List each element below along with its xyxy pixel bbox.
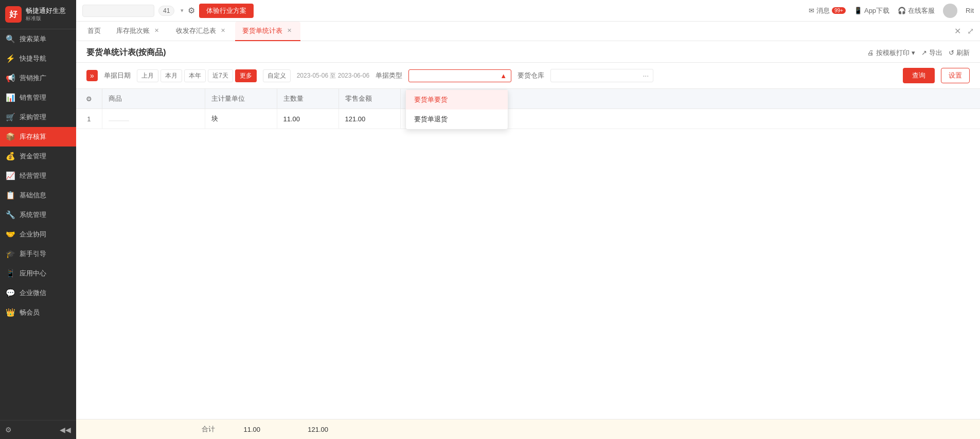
sidebar-item-label: 营销推广 xyxy=(20,74,46,83)
avatar[interactable] xyxy=(943,4,957,18)
prev-month-button[interactable]: 上月 xyxy=(137,69,158,82)
topbar-left: 41 ▾ ⚙ 体验行业方案 xyxy=(82,4,254,18)
sidebar-item-label: 企业微信 xyxy=(20,288,46,298)
sidebar-item-system[interactable]: 🔧 系统管理 xyxy=(0,205,76,225)
export-action[interactable]: ↗ 导出 xyxy=(921,48,942,58)
sidebar-item-wechat[interactable]: 💬 企业微信 xyxy=(0,283,76,303)
sidebar-item-management[interactable]: 📈 经营管理 xyxy=(0,166,76,186)
sidebar-item-guide[interactable]: 🎓 新手引导 xyxy=(0,244,76,264)
guide-icon: 🎓 xyxy=(5,249,15,259)
tab-maximize-icon[interactable]: ⤢ xyxy=(965,25,976,37)
table-footer: 合计 11.00 121.00 xyxy=(76,419,980,439)
current-month-button[interactable]: 本月 xyxy=(161,69,182,82)
product-placeholder xyxy=(109,120,129,121)
filter-area: » 单据日期 上月 本月 本年 近7天 更多 自定义 2023-05-06 至 … xyxy=(76,63,980,89)
sidebar-bottom: ⚙ ◀◀ xyxy=(0,420,76,439)
filter-settings-button[interactable]: 设置 xyxy=(941,68,970,83)
collab-icon: 🤝 xyxy=(5,230,15,239)
query-button[interactable]: 查询 xyxy=(903,68,935,83)
inventory-icon: 📦 xyxy=(5,132,15,141)
app-name: 畅捷通好生意 xyxy=(26,7,66,15)
tabs-bar: 首页 库存批次账 ✕ 收发存汇总表 ✕ 要货单统计表 ✕ ✕ ⤢ xyxy=(76,22,980,41)
sidebar-item-appcenter[interactable]: 📱 应用中心 xyxy=(0,264,76,283)
sidebar-item-label: 新手引导 xyxy=(20,249,46,259)
type-select-input[interactable] xyxy=(413,72,498,80)
type-select-chevron-up-icon: ▲ xyxy=(500,72,507,80)
message-icon: ✉ xyxy=(809,7,814,14)
refresh-label: 刷新 xyxy=(956,48,970,58)
dropdown-option-return[interactable]: 要货单退货 xyxy=(406,109,508,129)
tab-order-stats-close[interactable]: ✕ xyxy=(286,27,293,34)
tab-home[interactable]: 首页 xyxy=(80,22,108,41)
cell-amount: 121.00 xyxy=(338,109,400,129)
sidebar-item-label: 企业协同 xyxy=(20,230,46,239)
cell-row-num: 1 xyxy=(76,109,102,129)
refresh-action[interactable]: ↺ 刷新 xyxy=(949,48,970,58)
sidebar-item-marketing[interactable]: 📢 营销推广 xyxy=(0,68,76,88)
type-select[interactable]: ▲ xyxy=(408,69,511,82)
sidebar-item-member[interactable]: 👑 畅会员 xyxy=(0,303,76,322)
messages-count-badge: 99+ xyxy=(832,7,846,14)
export-label: 导出 xyxy=(929,48,942,58)
sidebar-item-label: 搜索菜单 xyxy=(20,34,46,44)
date-buttons: 上月 本月 本年 近7天 更多 xyxy=(137,69,257,82)
footer-total-label: 合计 xyxy=(82,425,215,434)
main-area: 41 ▾ ⚙ 体验行业方案 ✉ 消息 99+ 📱 App下载 🎧 在线客服 Ri… xyxy=(76,0,980,439)
more-button[interactable]: 更多 xyxy=(235,69,257,82)
warehouse-select-dots-icon: ··· xyxy=(643,71,649,80)
warehouse-select[interactable]: ··· xyxy=(550,69,653,82)
tab-stock-summary-close[interactable]: ✕ xyxy=(219,27,227,34)
tab-inventory-batch[interactable]: 库存批次账 ✕ xyxy=(109,22,168,41)
print-dropdown-arrow[interactable]: ▾ xyxy=(912,49,915,57)
sidebar-item-search[interactable]: 🔍 搜索菜单 xyxy=(0,29,76,49)
tab-home-label: 首页 xyxy=(87,26,101,35)
settings-bottom-icon[interactable]: ⚙ xyxy=(5,426,12,434)
number-dropdown-arrow[interactable]: ▾ xyxy=(181,7,184,14)
headset-icon: 🎧 xyxy=(898,7,906,14)
warehouse-filter-label: 要货仓库 xyxy=(518,71,544,80)
sidebar-item-label: 基础信息 xyxy=(20,191,46,200)
7days-button[interactable]: 近7天 xyxy=(208,69,233,82)
logo-icon: 好 xyxy=(5,6,22,23)
tab-close-all-icon[interactable]: ✕ xyxy=(952,25,963,37)
col-unit: 主计量单位 xyxy=(205,89,277,109)
topbar-search-input[interactable] xyxy=(88,7,129,14)
topbar-search-box[interactable] xyxy=(82,5,154,17)
purchase-icon: 🛒 xyxy=(5,113,15,122)
sidebar-item-basic[interactable]: 📋 基础信息 xyxy=(0,186,76,205)
system-icon: 🔧 xyxy=(5,210,15,220)
sidebar-item-purchase[interactable]: 🛒 采购管理 xyxy=(0,107,76,127)
sidebar-item-quicknav[interactable]: ⚡ 快捷导航 xyxy=(0,49,76,68)
dropdown-option-order[interactable]: 要货单要货 xyxy=(406,90,508,109)
cell-product xyxy=(102,109,205,129)
sidebar-item-sales[interactable]: 📊 销售管理 xyxy=(0,88,76,107)
print-icon: 🖨 xyxy=(867,49,874,57)
online-service-item[interactable]: 🎧 在线客服 xyxy=(898,6,935,15)
sidebar-item-label: 资金管理 xyxy=(20,152,46,161)
col-settings-gear-icon[interactable]: ⚙ xyxy=(86,95,92,103)
topbar-gear-icon[interactable]: ⚙ xyxy=(188,6,195,15)
sidebar-item-finance[interactable]: 💰 资金管理 xyxy=(0,147,76,166)
expand-filter-button[interactable]: » xyxy=(86,70,98,81)
app-download-label: App下载 xyxy=(864,6,889,15)
col-settings: ⚙ xyxy=(76,89,102,109)
tab-stock-summary[interactable]: 收发存汇总表 ✕ xyxy=(169,22,234,41)
trial-button[interactable]: 体验行业方案 xyxy=(199,4,254,18)
custom-date-button[interactable]: 自定义 xyxy=(263,69,291,82)
tab-inventory-batch-close[interactable]: ✕ xyxy=(153,27,161,34)
search-nav-icon: 🔍 xyxy=(5,34,15,44)
sidebar-item-collab[interactable]: 🤝 企业协同 xyxy=(0,225,76,244)
sidebar-item-label: 系统管理 xyxy=(20,210,46,220)
collapse-sidebar-icon[interactable]: ◀◀ xyxy=(60,426,71,434)
data-table: ⚙ 商品 主计量单位 主数量 零售金额 1 块 11.00 xyxy=(76,89,980,129)
print-action[interactable]: 🖨 按模板打印 ▾ xyxy=(867,48,915,58)
col-product: 商品 xyxy=(102,89,205,109)
year-button[interactable]: 本年 xyxy=(184,69,206,82)
messages-item[interactable]: ✉ 消息 99+ xyxy=(809,6,846,15)
col-amount: 零售金额 xyxy=(338,89,400,109)
tab-order-stats[interactable]: 要货单统计表 ✕ xyxy=(235,22,300,41)
sidebar-item-inventory[interactable]: 📦 库存核算 xyxy=(0,127,76,147)
app-download-item[interactable]: 📱 App下载 xyxy=(854,6,889,15)
dropdown-option-order-label: 要货单要货 xyxy=(414,95,448,104)
appcenter-icon: 📱 xyxy=(5,269,15,278)
